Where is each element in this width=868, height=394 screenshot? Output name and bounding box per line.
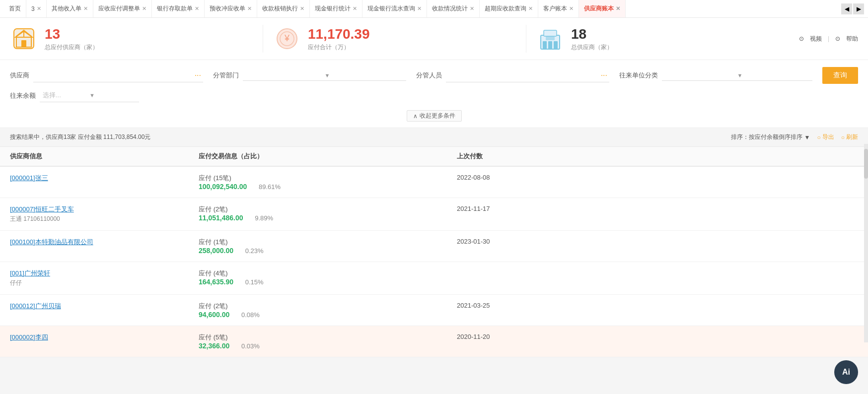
table-row[interactable]: [000007]恒旺二手叉车 王通 17106110000 应付 (2笔) 11…: [0, 198, 868, 231]
stat-payable-amount: ¥ 11,170.39 应付合计（万）: [273, 25, 526, 53]
scrollbar-thumb[interactable]: [864, 149, 868, 179]
top-navigation: 首页 3 ✕ 其他收入单 ✕ 应收应付调整单 ✕ 银行存取款单 ✕ 预收冲应收单…: [0, 0, 868, 18]
nav-bank-deposit[interactable]: 银行存取款单 ✕: [152, 0, 205, 18]
total-suppliers-label: 总供应商（家）: [571, 43, 779, 52]
table-row[interactable]: [000002]李四 应付 (5笔) 32,366.00 0.03% 2020-…: [0, 326, 868, 357]
nav-ar-ap-adjust[interactable]: 应收应付调整单 ✕: [93, 0, 152, 18]
results-summary: 搜索结果中，供应商13家 应付金额 111,703,854.00元: [10, 133, 150, 141]
nav-receipt-stat[interactable]: 收款情况统计 ✕: [427, 0, 480, 18]
supplier-link[interactable]: [000100]本特勤油品有限公司: [10, 238, 93, 246]
nav-close-supplier-ledger[interactable]: ✕: [616, 5, 620, 12]
export-label: 导出: [822, 133, 834, 141]
table-row[interactable]: [000001]张三 应付 (15笔) 100,092,540.00 89.61…: [0, 167, 868, 198]
supplier-link[interactable]: [001]广州荣轩: [10, 269, 50, 277]
nav-close-cash-bank-flow[interactable]: ✕: [417, 5, 422, 12]
supplier-link[interactable]: [000007]恒旺二手叉车: [10, 205, 74, 213]
supplier-table: 供应商信息 应付交易信息（占比） 上次付数 [000001]张三 应付 (15笔…: [0, 147, 868, 357]
nav-overdue-ar[interactable]: 超期应收款查询 ✕: [480, 0, 538, 18]
help-link[interactable]: 帮助: [846, 35, 858, 43]
manager-input[interactable]: [448, 69, 601, 81]
table-row[interactable]: [000100]本特勤油品有限公司 应付 (1笔) 258,000.00 0.2…: [0, 231, 868, 262]
supplier-info-cell: [000002]李四: [10, 333, 199, 342]
nav-prev-button[interactable]: ◀: [841, 3, 852, 14]
supplier-input-container: ···: [33, 68, 203, 82]
nav-other-income[interactable]: 其他收入单 ✕: [47, 0, 93, 18]
nav-advance-ar[interactable]: 预收冲应收单 ✕: [205, 0, 257, 18]
sort-button[interactable]: 排序：按应付余额倒序排序 ▼: [731, 133, 810, 141]
nav-close-ar-ap-adjust[interactable]: ✕: [142, 5, 146, 12]
manager-input-container: ···: [446, 68, 609, 82]
payable-amount-number: 11,170.39: [308, 26, 516, 43]
svg-rect-11: [548, 41, 552, 49]
scrollbar[interactable]: [864, 144, 868, 342]
export-button[interactable]: ○ 导出: [817, 133, 834, 141]
supplier-link[interactable]: [000002]李四: [10, 333, 48, 341]
nav-close-bank-deposit[interactable]: ✕: [195, 5, 199, 12]
nav-cash-bank-stat[interactable]: 现金银行统计 ✕: [310, 0, 362, 18]
filter-area: 供应商 ··· 分管部门 ▼ 分管人员 ··· 往来单位分类: [0, 60, 868, 128]
video-link[interactable]: 视频: [810, 35, 822, 43]
nav-customer-ledger[interactable]: 客户账本 ✕: [538, 0, 579, 18]
svg-text:¥: ¥: [284, 33, 290, 43]
supplier-label: 供应商: [10, 71, 29, 80]
refresh-button[interactable]: ○ 刷新: [841, 133, 858, 141]
collapse-label: 收起更多条件: [420, 112, 455, 120]
balance-placeholder: 选择...: [43, 91, 89, 100]
stat-payable-suppliers: 13 总应付供应商（家）: [10, 25, 263, 53]
transaction-cell: 应付 (5笔) 32,366.00 0.03%: [199, 333, 457, 350]
nav-cash-bank-flow[interactable]: 现金银行流水查询 ✕: [362, 0, 427, 18]
nav-next-button[interactable]: ▶: [853, 3, 864, 14]
export-icon: ○: [817, 134, 821, 141]
nav-close-receipt-verify[interactable]: ✕: [300, 5, 304, 12]
refresh-icon: ○: [841, 134, 845, 141]
supplier-link[interactable]: [000012]广州贝瑞: [10, 302, 61, 310]
transaction-cell: 应付 (1笔) 258,000.00 0.23%: [199, 238, 457, 255]
sort-chevron-icon: ▼: [804, 134, 810, 141]
payable-amount-content: 11,170.39 应付合计（万）: [308, 26, 516, 52]
refresh-label: 刷新: [846, 133, 858, 141]
query-button[interactable]: 查询: [822, 67, 858, 84]
department-chevron-icon: ▼: [325, 72, 404, 78]
balance-label: 往来余额: [10, 91, 36, 100]
balance-select[interactable]: 选择... ▼: [40, 89, 139, 102]
supplier-link[interactable]: [000001]张三: [10, 174, 48, 182]
nav-close-customer-ledger[interactable]: ✕: [569, 5, 574, 12]
nav-close-other-income[interactable]: ✕: [83, 5, 88, 12]
nav-close-receipt-stat[interactable]: ✕: [470, 5, 474, 12]
table-row[interactable]: [000012]广州贝瑞 应付 (2笔) 94,600.00 0.08% 202…: [0, 295, 868, 326]
payable-suppliers-content: 13 总应付供应商（家）: [45, 26, 253, 52]
unit-type-chevron-icon: ▼: [737, 72, 810, 78]
manager-dots-icon[interactable]: ···: [601, 71, 607, 80]
nav-supplier-ledger[interactable]: 供应商账本 ✕: [579, 0, 626, 18]
supplier-input[interactable]: [35, 69, 195, 81]
transaction-cell: 应付 (2笔) 11,051,486.00 9.89%: [199, 205, 457, 222]
unit-type-label: 往来单位分类: [619, 71, 658, 80]
nav-receipt-verify[interactable]: 收款核销执行 ✕: [257, 0, 310, 18]
collapse-button[interactable]: ∧ 收起更多条件: [407, 110, 462, 122]
payable-suppliers-icon: [10, 25, 38, 53]
payable-suppliers-label: 总应付供应商（家）: [45, 43, 253, 52]
supplier-info-cell: [000007]恒旺二手叉车 王通 17106110000: [10, 205, 199, 223]
video-icon: ⊙: [799, 35, 804, 42]
nav-close-tab3[interactable]: ✕: [37, 5, 41, 12]
transaction-cell: 应付 (15笔) 100,092,540.00 89.61%: [199, 174, 457, 191]
nav-home[interactable]: 首页: [4, 0, 26, 18]
department-label: 分管部门: [213, 71, 239, 80]
table-header: 供应商信息 应付交易信息（占比） 上次付数: [0, 147, 868, 167]
nav-tab3[interactable]: 3 ✕: [26, 0, 47, 18]
last-payment-cell: 2021-11-17: [457, 205, 858, 212]
nav-close-cash-bank-stat[interactable]: ✕: [353, 5, 357, 12]
collapse-bar: ∧ 收起更多条件: [10, 107, 858, 123]
results-bar: 搜索结果中，供应商13家 应付金额 111,703,854.00元 排序：按应付…: [0, 128, 868, 147]
filter-unit-type: 往来单位分类 ▼: [619, 70, 812, 81]
table-row[interactable]: [001]广州荣轩 仔仔 应付 (4笔) 164,635.90 0.15%: [0, 262, 868, 295]
unit-type-select[interactable]: ▼: [662, 70, 812, 81]
filter-row-1: 供应商 ··· 分管部门 ▼ 分管人员 ··· 往来单位分类: [10, 67, 858, 84]
department-select[interactable]: ▼: [243, 70, 406, 81]
col-header-last-payment: 上次付数: [457, 152, 858, 161]
transaction-cell: 应付 (2笔) 94,600.00 0.08%: [199, 302, 457, 319]
nav-close-advance-ar[interactable]: ✕: [247, 5, 252, 12]
supplier-dots-icon[interactable]: ···: [195, 71, 201, 80]
total-suppliers-content: 18 总供应商（家）: [571, 26, 779, 52]
nav-close-overdue-ar[interactable]: ✕: [528, 5, 533, 12]
